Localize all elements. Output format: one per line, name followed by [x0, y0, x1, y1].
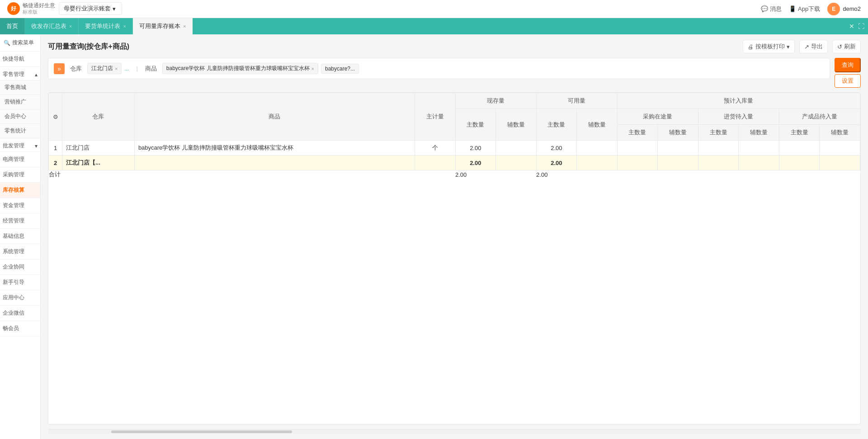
th-incoming-main: 主数量 [698, 125, 739, 141]
warehouse-more-btn[interactable]: ... [124, 66, 129, 72]
th-stock-group: 现存量 [455, 93, 536, 109]
phone-icon: 📱 [789, 5, 796, 12]
sidebar-item-enterprise[interactable]: 企业协同 [0, 260, 40, 275]
sidebar-item-basic-label: 基础信息 [3, 232, 24, 240]
sidebar-item-basic[interactable]: 基础信息 [0, 229, 40, 244]
row2-product-main [779, 156, 820, 170]
sidebar-item-ops-label: 经营管理 [3, 217, 24, 225]
th-incoming-group: 进货待入量 [698, 109, 779, 125]
goods-tag-1-remove[interactable]: × [311, 66, 314, 71]
sidebar-item-app-center-label: 应用中心 [3, 294, 24, 302]
warehouse-tag[interactable]: 江北门店 × [87, 63, 122, 74]
sidebar-item-retail-stat[interactable]: 零售统计 [0, 124, 40, 138]
tab-receive-pay[interactable]: 收发存汇总表 × [25, 18, 79, 34]
query-btn[interactable]: 查询 [835, 58, 861, 72]
th-product-aux: 辅数量 [820, 125, 860, 141]
tab-home-label: 首页 [6, 22, 18, 30]
sidebar-item-new-guide-label: 新手引导 [3, 279, 24, 286]
filter-section: » 仓库 江北门店 × ... | 商品 babycare学饮杯 儿童防摔防撞吸… [48, 58, 861, 88]
sidebar-item-ops[interactable]: 经营管理 [0, 213, 40, 229]
tab-home[interactable]: 首页 [0, 18, 25, 34]
sidebar-item-new-guide[interactable]: 新手引导 [0, 275, 40, 290]
app-download-btn[interactable]: 📱 App下载 [789, 5, 820, 13]
sidebar-item-app-center[interactable]: 应用中心 [0, 290, 40, 306]
sidebar-item-retail-stat-label: 零售统计 [5, 127, 26, 134]
sidebar-item-wholesale-label: 批发管理 [3, 142, 24, 150]
close-tab-receive-pay[interactable]: × [69, 24, 72, 29]
th-warehouse: 仓库 [62, 93, 135, 141]
sidebar-item-system[interactable]: 系统管理 [0, 244, 40, 260]
message-label: 消息 [770, 5, 782, 13]
chevron-down2-icon: ▾ [35, 143, 38, 149]
refresh-label: 刷新 [844, 42, 856, 51]
th-avail-main: 主数量 [536, 109, 577, 141]
goods-tag-2-value: babycare?... [325, 66, 355, 72]
sidebar-item-purchase[interactable]: 采购管理 [0, 167, 40, 183]
sidebar-item-shortcut[interactable]: 快捷导航 [0, 52, 40, 67]
template-print-label: 按模板打印 [755, 42, 785, 51]
tab-order-stat[interactable]: 要货单统计表 × [79, 18, 132, 34]
sidebar-item-wechat[interactable]: 企业微信 [0, 306, 40, 321]
sidebar-item-finance-label: 资金管理 [3, 202, 24, 209]
export-icon: ↗ [804, 43, 809, 50]
warehouse-tag-remove[interactable]: × [115, 66, 118, 71]
sidebar-item-marketing[interactable]: 营销推广 [0, 95, 40, 109]
user-area[interactable]: E demo2 [827, 3, 861, 15]
message-btn[interactable]: 💬 消息 [761, 5, 782, 13]
tab-available-stock[interactable]: 可用量库存账本 × [133, 18, 193, 34]
goods-tag-1[interactable]: babycare学饮杯 儿童防摔防撞吸管杯重力球吸嘴杯宝宝水杯 × [162, 63, 318, 74]
close-tab-order-stat[interactable]: × [123, 24, 126, 29]
filter-toggle-btn[interactable]: » [54, 63, 65, 74]
sidebar-item-finance[interactable]: 资金管理 [0, 198, 40, 213]
row1-avail-main: 2.00 [536, 141, 577, 156]
filter-separator: | [136, 65, 137, 72]
th-purchase-aux: 辅数量 [658, 125, 698, 141]
sidebar-item-wholesale[interactable]: 批发管理 ▾ [0, 138, 40, 152]
sidebar-item-member2[interactable]: 畅会员 [0, 321, 40, 336]
th-settings[interactable]: ⚙ [49, 93, 62, 141]
row2-no: 2 [49, 156, 62, 170]
th-incoming-aux: 辅数量 [739, 125, 779, 141]
sidebar-item-stock[interactable]: 库存核算 [0, 183, 40, 198]
data-table-wrap: ⚙ 仓库 商品 主计量 现存量 可用量 预计入库量 主数量 辅数量 主数量 辅数… [48, 92, 861, 425]
table-row: 2 江北门店【... 2.00 2.00 [49, 156, 860, 170]
row1-incoming-aux [739, 141, 779, 156]
sidebar-item-member-label: 会员中心 [5, 113, 26, 119]
close-tab-available-stock[interactable]: × [183, 24, 186, 29]
th-product-main: 主数量 [779, 125, 820, 141]
settings-btn[interactable]: 设置 [835, 74, 861, 88]
row2-product-aux [820, 156, 860, 170]
goods-filter-label: 商品 [145, 65, 157, 73]
row1-purchase-aux [658, 141, 698, 156]
row2-stock-main: 2.00 [455, 156, 496, 170]
horizontal-scrollbar[interactable] [48, 429, 861, 434]
sidebar-search[interactable]: 🔍 搜索菜单 [0, 34, 40, 52]
row2-avail-aux [577, 156, 618, 170]
sidebar-item-wechat-label: 企业微信 [3, 309, 24, 317]
sidebar-item-member[interactable]: 会员中心 [0, 109, 40, 124]
row1-warehouse: 江北门店 [62, 141, 135, 156]
footer-stock-main: 2.00 [455, 170, 496, 179]
th-stock-aux: 辅数量 [496, 109, 537, 141]
sidebar-item-retail-mgmt[interactable]: 零售管理 ▴ [0, 67, 40, 80]
table-footer: 合计 2.00 2.00 [49, 170, 860, 179]
goods-tag-2[interactable]: babycare?... [321, 64, 359, 74]
avatar: E [827, 3, 840, 15]
tab-available-stock-label: 可用量库存账本 [139, 22, 180, 30]
refresh-btn[interactable]: ↺ 刷新 [832, 40, 861, 53]
template-print-btn[interactable]: 🖨 按模板打印 ▾ [743, 40, 795, 53]
sidebar-item-retail-mgmt-label: 零售管理 [3, 71, 24, 78]
scrollbar-thumb[interactable] [111, 430, 292, 433]
maximize-window-btn[interactable]: ⛶ [858, 23, 864, 30]
sidebar-item-system-label: 系统管理 [3, 248, 24, 255]
sidebar-item-ecommerce[interactable]: 电商管理 [0, 152, 40, 167]
row2-unit [415, 156, 455, 170]
row1-avail-aux [577, 141, 618, 156]
industry-selector[interactable]: 母婴行业演示账套 [59, 2, 122, 15]
top-bar-left: 好 畅捷通好生意 标准版 母婴行业演示账套 [7, 2, 122, 15]
row2-stock-aux [496, 156, 537, 170]
th-product-group: 产成品待入量 [779, 109, 860, 125]
sidebar-item-retail-mall[interactable]: 零售商城 [0, 80, 40, 95]
export-btn[interactable]: ↗ 导出 [799, 40, 828, 53]
close-window-btn[interactable]: ✕ [849, 23, 854, 30]
